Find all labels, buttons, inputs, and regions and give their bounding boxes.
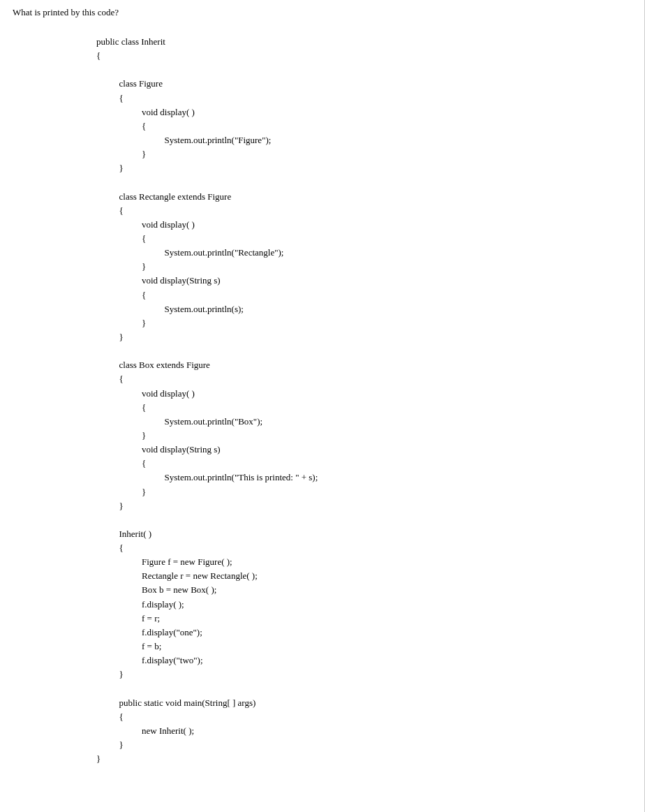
document-container: What is printed by this code? public cla… [0, 0, 645, 812]
code-block: public class Inherit { class Figure { vo… [96, 35, 644, 766]
question-text: What is printed by this code? [13, 7, 644, 18]
